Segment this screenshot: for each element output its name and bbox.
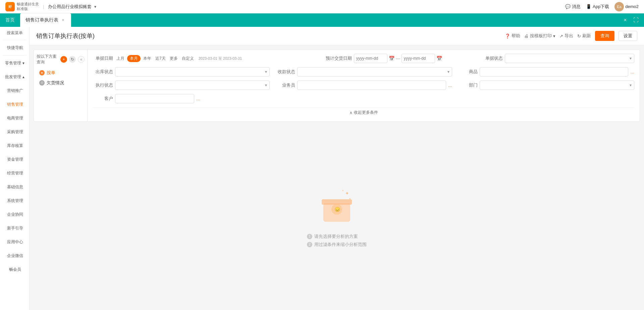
filter-field-expected-date: 预计交货日期 📅 — 📅 <box>326 54 477 63</box>
sidebar-item-system[interactable]: 系统管理 <box>0 194 29 208</box>
svg-rect-1 <box>322 199 352 205</box>
expected-date-end[interactable] <box>401 54 435 63</box>
order-date-label: 单据日期 <box>93 55 113 61</box>
sidebar-item-ecommerce[interactable]: 电商管理 <box>0 111 29 125</box>
wholesale-arrow-icon: ▲ <box>22 75 25 79</box>
date-shortcuts: 上月 本月 本年 近7天 更多 自定义 <box>115 55 195 62</box>
page-header: 销售订单执行表(按单) ❓ 帮助 🖨 按模板打印 ▾ ↗ 导出 ↻ 刷新 <box>30 27 644 45</box>
shortcut-this-year[interactable]: 本年 <box>142 55 153 62</box>
refresh-icon: ↻ <box>577 34 581 39</box>
calendar-end-icon[interactable]: 📅 <box>436 56 442 61</box>
shortage-icon: ⏱ <box>39 80 45 86</box>
order-status-select[interactable] <box>505 54 634 63</box>
settings-button[interactable]: 设置 <box>619 31 637 41</box>
shortcut-this-month[interactable]: 本月 <box>127 55 141 62</box>
filter-sidebar-title: 按以下方案查询 + ↻ « <box>37 54 85 65</box>
empty-tip-1: 1 请先选择要分析的方案 <box>307 234 367 240</box>
sidebar: 搜索菜单 快捷导航 零售管理 ▼ 批发管理 ▲ 营销推广 销售管理 电商管理 采… <box>0 27 30 310</box>
filter-row-1: 单据日期 上月 本月 本年 近7天 更多 自定义 2023-03-01 至 20… <box>93 54 634 63</box>
export-button[interactable]: ↗ 导出 <box>559 33 573 39</box>
tab-sales-order[interactable]: 销售订单执行表 × <box>20 13 71 27</box>
execution-status-select[interactable] <box>115 81 270 90</box>
customer-input[interactable] <box>115 94 194 103</box>
divider-1 <box>3 40 26 40</box>
delivery-status-select-wrap <box>115 67 270 76</box>
tab-home[interactable]: 首页 <box>0 13 20 27</box>
filter-option-shortage[interactable]: ⏱ 欠货情况 <box>37 78 85 88</box>
sidebar-item-member[interactable]: 畅会员 <box>0 263 29 276</box>
svg-text:✦: ✦ <box>348 197 351 201</box>
order-status-label: 单据状态 <box>483 55 503 61</box>
retail-arrow-icon: ▼ <box>22 61 25 65</box>
shortcut-more[interactable]: 更多 <box>168 55 179 62</box>
filter-add-button[interactable]: + <box>60 56 67 63</box>
filter-option-by-order[interactable]: ● 按单 <box>37 68 85 78</box>
logo-area: 好 畅捷通好生意 标准版 <box>5 2 39 11</box>
message-button[interactable]: 💬 消息 <box>565 4 581 10</box>
goods-input[interactable] <box>480 67 629 76</box>
salesperson-input[interactable] <box>297 81 446 90</box>
expected-date-start[interactable] <box>354 54 387 63</box>
filter-field-payment-status: 收款状态 <box>275 67 452 76</box>
empty-tip-2: 2 用过滤条件来缩小分析范围 <box>307 242 367 248</box>
filter-field-salesperson: 业务员 ... <box>275 81 452 90</box>
sidebar-item-quick-nav[interactable]: 快捷导航 <box>0 41 29 55</box>
customer-label: 客户 <box>93 96 113 102</box>
payment-status-select[interactable] <box>297 67 452 76</box>
filter-row-2: 出库状态 收款状态 <box>93 67 634 76</box>
avatar: Ea <box>614 2 624 11</box>
help-button[interactable]: ❓ 帮助 <box>505 33 520 39</box>
sidebar-item-purchase[interactable]: 采购管理 <box>0 125 29 139</box>
shortcut-last-month[interactable]: 上月 <box>115 55 126 62</box>
sidebar-item-operations[interactable]: 经营管理 <box>0 166 29 180</box>
department-select[interactable] <box>480 81 634 90</box>
sidebar-item-inventory[interactable]: 库存核算 <box>0 139 29 153</box>
empty-state: ✦ ✦ ✦ 😞 1 请先选择要分析的方案 2 用过滤条件来缩小分析范围 <box>30 126 644 310</box>
filter-form: 单据日期 上月 本月 本年 近7天 更多 自定义 2023-03-01 至 20… <box>88 50 640 121</box>
department-select-wrap <box>480 81 634 90</box>
sidebar-item-sales[interactable]: 销售管理 <box>0 98 29 111</box>
sidebar-item-marketing[interactable]: 营销推广 <box>0 84 29 98</box>
filter-refresh-button[interactable]: ↻ <box>69 56 76 63</box>
app-title-dropdown[interactable]: ▾ <box>94 4 96 9</box>
help-icon: ❓ <box>505 34 510 39</box>
filter-field-customer: 客户 ... <box>93 94 200 103</box>
sidebar-item-app-center[interactable]: 应用中心 <box>0 235 29 249</box>
logo-icon: 好 <box>5 2 15 11</box>
chevron-up-icon: ∧ <box>350 110 353 115</box>
sidebar-item-enterprise[interactable]: 企业协同 <box>0 208 29 221</box>
shortcut-last-7days[interactable]: 近7天 <box>154 55 167 62</box>
customer-more-icon[interactable]: ... <box>196 96 200 101</box>
sidebar-item-newbie[interactable]: 新手引导 <box>0 221 29 235</box>
sidebar-item-wecom[interactable]: 企业微信 <box>0 249 29 263</box>
query-button[interactable]: 查询 <box>595 31 614 41</box>
salesperson-label: 业务员 <box>275 82 295 88</box>
goods-more-icon[interactable]: ... <box>630 69 634 74</box>
sidebar-search[interactable]: 搜索菜单 <box>0 27 29 39</box>
filter-field-execution-status: 执行状态 <box>93 81 270 90</box>
payment-status-select-wrap <box>297 67 452 76</box>
goods-label: 商品 <box>458 69 478 75</box>
tab-close-icon[interactable]: × <box>60 17 66 23</box>
delivery-status-label: 出库状态 <box>93 69 113 75</box>
filter-collapse-button[interactable]: « <box>78 56 85 63</box>
filter-sidebar: 按以下方案查询 + ↻ « <box>34 50 88 121</box>
filter-collapse-btn[interactable]: ∧ 收起更多条件 <box>93 107 634 117</box>
user-profile[interactable]: Ea demo2 <box>614 2 639 11</box>
delivery-status-select[interactable] <box>115 67 270 76</box>
app-download-button[interactable]: 📱 App下载 <box>586 4 609 10</box>
sidebar-item-basic-info[interactable]: 基础信息 <box>0 180 29 194</box>
maximize-button[interactable]: ⛶ <box>632 16 640 24</box>
refresh-button[interactable]: ↻ 刷新 <box>577 33 591 39</box>
filter-sidebar-actions: + ↻ « <box>60 56 85 63</box>
salesperson-more-icon[interactable]: ... <box>448 83 452 88</box>
calendar-start-icon[interactable]: 📅 <box>389 56 394 61</box>
shortcut-custom[interactable]: 自定义 <box>180 55 195 62</box>
sidebar-item-finance[interactable]: 资金管理 <box>0 153 29 166</box>
filter-field-order-status: 单据状态 <box>483 54 634 63</box>
sidebar-item-retail[interactable]: 零售管理 ▼ <box>0 56 29 70</box>
minimize-button[interactable]: × <box>621 16 629 24</box>
sidebar-item-wholesale[interactable]: 批发管理 ▲ <box>0 70 29 84</box>
print-button[interactable]: 🖨 按模板打印 ▾ <box>524 33 555 39</box>
empty-illustration: ✦ ✦ ✦ 😞 <box>317 187 357 227</box>
